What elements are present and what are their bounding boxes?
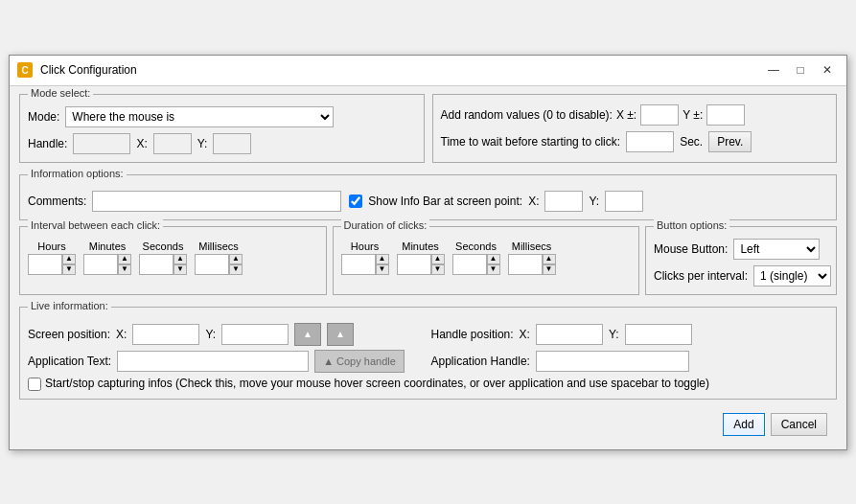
screen-x-input[interactable]: [132, 324, 199, 345]
ry-input[interactable]: 0: [706, 104, 745, 126]
screen-arrow2[interactable]: ▲: [327, 323, 354, 346]
info-y-label: Y:: [589, 195, 599, 208]
screen-pos-label: Screen position:: [28, 328, 110, 341]
copy-handle-arrow-icon: ▲: [323, 355, 334, 367]
live-info-group: Live information: Screen position: X: Y:…: [19, 307, 837, 400]
live-info-handle-row: Handle position: X: Y:: [431, 324, 829, 345]
capture-checkbox[interactable]: [28, 378, 41, 391]
duration-hours-up[interactable]: ▲: [376, 254, 389, 264]
interval-label: Interval between each click:: [28, 219, 163, 231]
duration-millisecs-group: Millisecs 0 ▲ ▼: [508, 241, 556, 275]
screen-x-label: X:: [116, 328, 127, 341]
interval-minutes-up[interactable]: ▲: [118, 254, 131, 264]
app-icon: C: [17, 62, 33, 78]
duration-seconds-input[interactable]: 10: [452, 254, 487, 275]
y-input[interactable]: 0: [213, 133, 251, 154]
duration-millisecs-input[interactable]: 0: [508, 254, 543, 275]
duration-minutes-down[interactable]: ▼: [431, 264, 445, 275]
interval-minutes-input[interactable]: 0: [83, 254, 118, 275]
capture-label: Start/stop capturing infos (Check this, …: [45, 377, 709, 390]
screen-y-input[interactable]: [221, 324, 289, 345]
duration-hours-input[interactable]: 0: [341, 254, 376, 275]
minimize-button[interactable]: —: [762, 60, 785, 80]
add-button[interactable]: Add: [723, 413, 764, 436]
capture-row: Start/stop capturing infos (Check this, …: [28, 377, 828, 391]
info-options-group: Information options: Comments: Show Info…: [19, 174, 837, 220]
interval-seconds-up[interactable]: ▲: [174, 254, 187, 264]
mode-select-label: Mode select:: [28, 87, 93, 99]
duration-group: Duration of clicks: Hours 0 ▲ ▼: [333, 226, 640, 295]
app-text-input[interactable]: [117, 351, 309, 372]
interval-hours-input[interactable]: 0: [28, 254, 62, 275]
duration-minutes-input[interactable]: 0: [397, 254, 431, 275]
app-handle-label: Application Handle:: [431, 355, 530, 368]
ry-label: Y ±:: [682, 108, 703, 122]
interval-millisecs-up[interactable]: ▲: [229, 254, 243, 264]
duration-minutes-label: Minutes: [402, 241, 439, 252]
info-y-input[interactable]: 1: [605, 191, 643, 212]
duration-seconds-down[interactable]: ▼: [487, 264, 500, 275]
handle-y-label: Y:: [609, 328, 619, 341]
interval-seconds-down[interactable]: ▼: [174, 264, 187, 275]
duration-minutes-up[interactable]: ▲: [431, 254, 445, 264]
footer: Add Cancel: [19, 405, 837, 440]
sec-label: Sec.: [680, 135, 703, 149]
random-values-group: Add random values (0 to disable): X ±: 0…: [432, 94, 838, 163]
duration-hours-label: Hours: [351, 241, 379, 252]
handle-pos-label: Handle position:: [431, 328, 514, 341]
duration-minutes-group: Minutes 0 ▲ ▼: [397, 241, 445, 275]
duration-millisecs-up[interactable]: ▲: [543, 254, 556, 264]
live-info-label: Live information:: [28, 300, 111, 311]
rx-label: X ±:: [616, 108, 636, 122]
prev-button[interactable]: Prev.: [708, 131, 752, 152]
handle-y-input[interactable]: [625, 324, 692, 345]
show-info-bar-label: Show Info Bar at screen point:: [368, 195, 522, 208]
rx-input[interactable]: 0: [640, 104, 679, 126]
app-text-row: Application Text: ▲ ▲ Copy handle Copy h…: [28, 350, 426, 373]
comments-input[interactable]: [92, 191, 341, 212]
mode-dropdown[interactable]: Where the mouse is At a fixed position R…: [65, 106, 334, 127]
app-handle-input[interactable]: [536, 351, 689, 372]
duration-millisecs-down[interactable]: ▼: [543, 264, 556, 275]
x-input[interactable]: 0: [153, 133, 192, 154]
main-window: C Click Configuration — □ ✕ Mode select:…: [9, 55, 847, 450]
wait-input[interactable]: 1: [626, 131, 674, 152]
title-bar-left: C Click Configuration: [17, 62, 137, 78]
interval-millisecs-input[interactable]: 0: [195, 254, 229, 275]
copy-handle-button[interactable]: ▲ ▲ Copy handle Copy handle: [314, 350, 405, 373]
clicks-per-interval-label: Clicks per interval:: [654, 269, 748, 283]
interval-hours-up[interactable]: ▲: [62, 254, 76, 264]
interval-millisecs-spinbtns: ▲ ▼: [229, 254, 243, 275]
cancel-button[interactable]: Cancel: [771, 413, 827, 436]
info-x-input[interactable]: 1: [544, 191, 583, 212]
duration-minutes-spinbtns: ▲ ▼: [431, 254, 445, 275]
interval-millisecs-down[interactable]: ▼: [229, 264, 243, 275]
show-info-bar-checkbox[interactable]: [349, 195, 362, 208]
clicks-per-interval-select[interactable]: 1 (single) 2 (double) 3 (triple): [753, 265, 831, 286]
close-button[interactable]: ✕: [816, 60, 839, 80]
handle-input[interactable]: 0: [73, 133, 130, 154]
interval-hours-down[interactable]: ▼: [62, 264, 76, 275]
mode-label: Mode:: [28, 110, 59, 124]
duration-seconds-group: Seconds 10 ▲ ▼: [452, 241, 500, 275]
screen-arrow1[interactable]: ▲: [294, 323, 321, 346]
random-label: Add random values (0 to disable):: [441, 108, 613, 122]
interval-minutes-down[interactable]: ▼: [118, 264, 131, 275]
mode-select-group: Mode select: Mode: Where the mouse is At…: [19, 94, 425, 163]
mouse-button-select[interactable]: Left Right Middle: [733, 239, 820, 260]
interval-minutes-spinbtns: ▲ ▼: [118, 254, 131, 275]
duration-seconds-spinbtns: ▲ ▼: [487, 254, 500, 275]
duration-millisecs-label: Millisecs: [512, 241, 552, 252]
window-title: Click Configuration: [40, 63, 137, 77]
interval-seconds-input[interactable]: 1: [139, 254, 174, 275]
handle-x-label: X:: [520, 328, 530, 341]
duration-hours-down[interactable]: ▼: [376, 264, 389, 275]
button-options-label: Button options:: [654, 219, 729, 231]
maximize-button[interactable]: □: [789, 60, 812, 80]
handle-x-input[interactable]: [536, 324, 603, 345]
title-bar: C Click Configuration — □ ✕: [10, 56, 846, 86]
interval-minutes-label: Minutes: [89, 241, 127, 252]
info-left: Comments:: [28, 191, 341, 212]
duration-seconds-up[interactable]: ▲: [487, 254, 500, 264]
interval-hours-label: Hours: [37, 241, 65, 252]
